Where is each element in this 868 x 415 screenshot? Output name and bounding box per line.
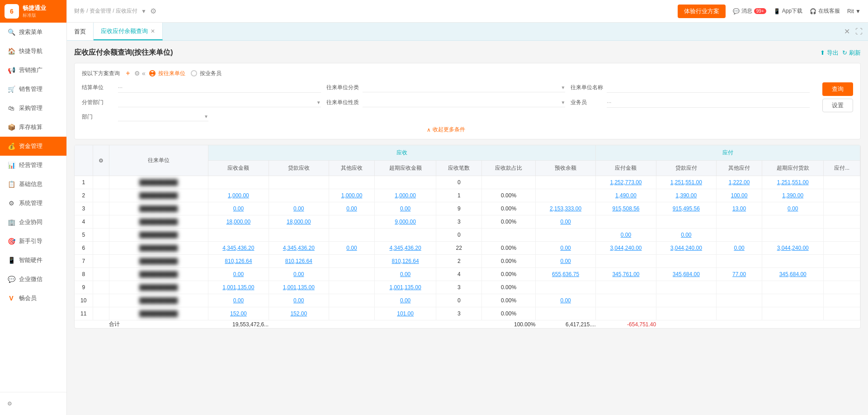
row-loan-pay[interactable]: [656, 281, 716, 294]
settings-button[interactable]: 设置: [822, 99, 853, 112]
sidebar-item-marketing[interactable]: 📢 营销推广: [0, 61, 66, 80]
row-loan-rec[interactable]: 1,001,135.00: [269, 281, 329, 294]
sidebar-item-enterprise[interactable]: 🏢 企业协同: [0, 213, 66, 232]
row-pay-amount[interactable]: 345,761.00: [596, 268, 656, 281]
chevron-down-icon[interactable]: ▼: [141, 8, 146, 14]
online-service-button[interactable]: 🎧 在线客服: [810, 7, 840, 15]
dept-select[interactable]: ▼: [118, 112, 208, 121]
row-other-rec[interactable]: 1,000.00: [329, 189, 374, 202]
row-other-rec[interactable]: [329, 307, 374, 320]
gear-icon[interactable]: ⚙: [150, 7, 156, 15]
row-loan-pay[interactable]: 1,390.00: [656, 189, 716, 202]
filter-option-partner[interactable]: 按往来单位: [149, 70, 185, 77]
row-rec-amount[interactable]: 1,000.00: [208, 189, 269, 202]
row-prepaid[interactable]: 655,636.75: [535, 268, 595, 281]
row-pay-amount[interactable]: [596, 215, 656, 229]
sidebar-bottom-settings[interactable]: ⚙: [0, 397, 66, 410]
row-other-rec[interactable]: 0.00: [329, 202, 374, 215]
row-overdue-pay[interactable]: [762, 307, 824, 320]
sidebar-item-purchase[interactable]: 🛍 采购管理: [0, 99, 66, 118]
row-loan-rec[interactable]: 18,000.00: [269, 215, 329, 229]
row-loan-pay[interactable]: 0.00: [656, 229, 716, 242]
row-overdue-rec[interactable]: 1,000.00: [375, 189, 436, 202]
row-overdue-pay[interactable]: 1,390.00: [762, 189, 824, 202]
sidebar-item-sales[interactable]: 🛒 销售管理: [0, 80, 66, 99]
row-overdue-rec[interactable]: 810,126.64: [375, 255, 436, 268]
row-pay-amount[interactable]: 1,252,773.00: [596, 176, 656, 189]
sidebar-item-basic[interactable]: 📋 基础信息: [0, 175, 66, 194]
salesman-select[interactable]: ···: [607, 97, 810, 108]
row-other-rec[interactable]: [329, 176, 374, 189]
partner-category-select[interactable]: ▼: [363, 83, 566, 92]
row-other-rec[interactable]: [329, 281, 374, 294]
filter-option-salesman[interactable]: 按业务员: [191, 70, 222, 77]
row-overdue-rec[interactable]: [375, 176, 436, 189]
app-download-button[interactable]: 📱 App下载: [774, 7, 802, 15]
row-prepaid[interactable]: 2,153,333.00: [535, 202, 595, 215]
row-overdue-rec[interactable]: 0.00: [375, 202, 436, 215]
row-other-pay[interactable]: 13.00: [717, 202, 762, 215]
row-loan-rec[interactable]: 0.00: [269, 202, 329, 215]
sidebar-item-quicknav[interactable]: 🏠 快捷导航: [0, 42, 66, 61]
row-rec-amount[interactable]: 0.00: [208, 202, 269, 215]
row-other-pay[interactable]: [717, 229, 762, 242]
row-other-pay[interactable]: [717, 294, 762, 307]
row-loan-pay[interactable]: [656, 255, 716, 268]
sidebar-item-guide[interactable]: 🎯 新手引导: [0, 232, 66, 251]
row-other-rec[interactable]: [329, 294, 374, 307]
row-prepaid[interactable]: [535, 281, 595, 294]
sidebar-item-operation[interactable]: 📊 经营管理: [0, 156, 66, 175]
sidebar-item-system[interactable]: ⚙ 系统管理: [0, 194, 66, 213]
partner-name-input[interactable]: [607, 82, 810, 93]
row-other-pay[interactable]: [717, 215, 762, 229]
row-overdue-rec[interactable]: 0.00: [375, 268, 436, 281]
row-other-pay[interactable]: 77.00: [717, 268, 762, 281]
export-button[interactable]: ⬆ 导出: [820, 49, 839, 57]
row-loan-rec[interactable]: 0.00: [269, 268, 329, 281]
row-other-pay[interactable]: [717, 281, 762, 294]
row-prepaid[interactable]: [535, 307, 595, 320]
add-filter-button[interactable]: +: [123, 69, 132, 78]
row-overdue-pay[interactable]: 1,251,551.00: [762, 176, 824, 189]
row-prepaid[interactable]: [535, 189, 595, 202]
row-other-pay[interactable]: [717, 307, 762, 320]
row-overdue-pay[interactable]: [762, 215, 824, 229]
row-loan-pay[interactable]: [656, 294, 716, 307]
row-overdue-rec[interactable]: 101.00: [375, 307, 436, 320]
row-rec-amount[interactable]: 0.00: [208, 294, 269, 307]
row-overdue-pay[interactable]: [762, 255, 824, 268]
settlement-unit-select[interactable]: ···: [118, 82, 321, 93]
row-loan-rec[interactable]: [269, 229, 329, 242]
row-rec-amount[interactable]: 4,345,436.20: [208, 242, 269, 255]
row-rec-amount[interactable]: 152.00: [208, 307, 269, 320]
row-overdue-pay[interactable]: 345,684.00: [762, 268, 824, 281]
row-overdue-pay[interactable]: 0.00: [762, 202, 824, 215]
row-pay-amount[interactable]: [596, 294, 656, 307]
row-loan-rec[interactable]: 0.00: [269, 294, 329, 307]
row-prepaid[interactable]: 0.00: [535, 242, 595, 255]
tab-active[interactable]: 应收应付余额查询 ✕: [94, 23, 163, 40]
sidebar-item-inventory[interactable]: 📦 库存核算: [0, 118, 66, 137]
row-overdue-rec[interactable]: [375, 229, 436, 242]
row-other-rec[interactable]: 0.00: [329, 242, 374, 255]
user-menu[interactable]: Rit ▼: [847, 8, 861, 14]
row-other-pay[interactable]: 100.00: [717, 189, 762, 202]
filter-collapse-icon[interactable]: «: [142, 70, 146, 77]
row-loan-rec[interactable]: 810,126.64: [269, 255, 329, 268]
close-window-icon[interactable]: ✕: [844, 27, 850, 36]
filter-settings-icon[interactable]: ⚙: [134, 70, 140, 77]
sidebar-item-search[interactable]: 🔍 搜索菜单: [0, 23, 66, 42]
row-rec-amount[interactable]: 810,126.64: [208, 255, 269, 268]
row-other-pay[interactable]: 1,222.00: [717, 176, 762, 189]
sidebar-item-wechat[interactable]: 💬 企业微信: [0, 270, 66, 289]
partner-nature-select[interactable]: ▼: [363, 98, 566, 107]
row-other-rec[interactable]: [329, 215, 374, 229]
row-pay-amount[interactable]: [596, 307, 656, 320]
row-rec-amount[interactable]: [208, 176, 269, 189]
row-loan-pay[interactable]: [656, 307, 716, 320]
query-button[interactable]: 查询: [822, 82, 853, 96]
row-pay-amount[interactable]: 3,044,240.00: [596, 242, 656, 255]
row-loan-rec[interactable]: [269, 176, 329, 189]
row-prepaid[interactable]: 0.00: [535, 294, 595, 307]
row-pay-amount[interactable]: 0.00: [596, 229, 656, 242]
